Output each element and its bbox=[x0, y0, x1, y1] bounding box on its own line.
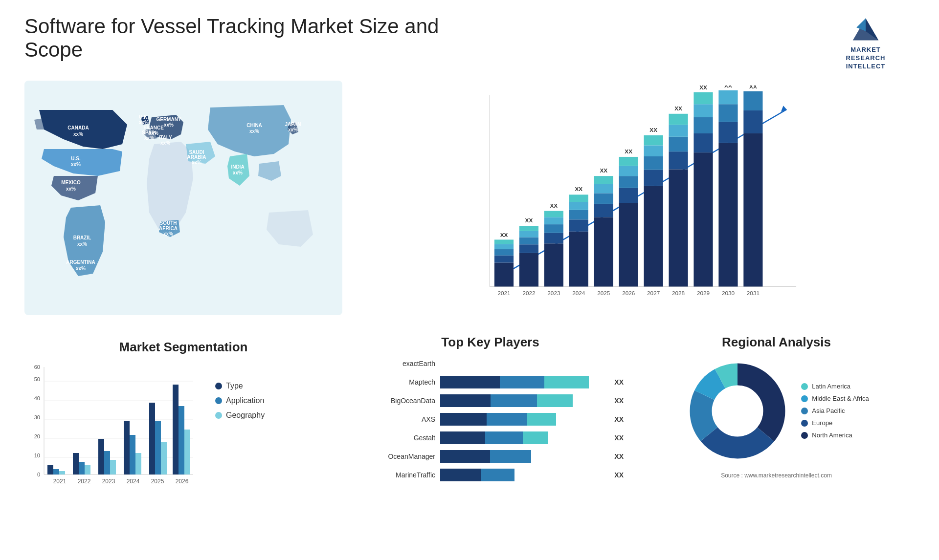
europe-dot bbox=[801, 420, 808, 427]
svg-marker-2 bbox=[856, 19, 866, 31]
svg-rect-49 bbox=[693, 133, 713, 152]
player-value-maptech: XX bbox=[614, 378, 624, 386]
northam-dot bbox=[801, 432, 808, 439]
seg-x-2021: 2021 bbox=[53, 478, 67, 485]
svg-text:0: 0 bbox=[37, 472, 40, 477]
svg-rect-8 bbox=[494, 262, 514, 286]
market-size-chart: XX 2021 XX 2022 XX 2023 bbox=[362, 86, 905, 320]
seg-legend: Type Application Geography bbox=[215, 382, 265, 420]
svg-rect-54 bbox=[718, 122, 738, 143]
player-bar-wrap-oceanmanager bbox=[440, 450, 605, 463]
player-bar-wrap-bigocean bbox=[440, 394, 605, 407]
svg-text:30: 30 bbox=[34, 414, 40, 420]
argentina-value: xx% bbox=[76, 266, 86, 271]
us-label: U.S. bbox=[71, 156, 81, 161]
svg-rect-10 bbox=[494, 249, 514, 256]
key-players-title: Top Key Players bbox=[357, 335, 624, 350]
player-value-gestalt: XX bbox=[614, 434, 624, 442]
saudi-label2: ARABIA bbox=[187, 154, 206, 160]
key-players-section: Top Key Players exactEarth Maptech bbox=[352, 335, 628, 504]
seg-x-2026: 2026 bbox=[176, 478, 189, 485]
svg-rect-89 bbox=[173, 385, 179, 474]
spain-label: SPAIN bbox=[142, 130, 156, 135]
svg-rect-13 bbox=[519, 253, 538, 287]
svg-rect-42 bbox=[644, 135, 663, 146]
latin-dot bbox=[801, 383, 808, 390]
bar-label-2021: XX bbox=[500, 231, 508, 237]
player-value-oceanmanager: XX bbox=[614, 452, 624, 460]
italy-value: xx% bbox=[160, 140, 170, 146]
canada-label: CANADA bbox=[67, 125, 89, 130]
player-row-oceanmanager: OceanManager XX bbox=[357, 450, 624, 463]
map-section: CANADA xx% U.S. xx% MEXICO xx% BRAZIL xx… bbox=[24, 81, 342, 325]
svg-rect-35 bbox=[619, 176, 638, 188]
page-title: Software for Vessel Tracking Market Size… bbox=[24, 15, 465, 62]
bar-label-2031: XX bbox=[749, 86, 757, 89]
southafrica-label2: AFRICA bbox=[159, 226, 178, 231]
region-item-mea: Middle East & Africa bbox=[801, 395, 869, 402]
player-value-bigocean: XX bbox=[614, 397, 624, 405]
china-value: xx% bbox=[249, 129, 259, 134]
svg-text:20: 20 bbox=[34, 433, 40, 439]
uk-value: xx% bbox=[139, 120, 149, 125]
x-label-2030: 2030 bbox=[722, 290, 735, 296]
player-name-marinetraffic: MarineTraffic bbox=[357, 471, 435, 479]
japan-label: JAPAN bbox=[285, 122, 301, 127]
germany-label: GERMANY bbox=[156, 117, 181, 122]
northam-label: North America bbox=[812, 431, 852, 439]
source-text: Source : www.marketresearchintellect.com bbox=[643, 472, 910, 479]
player-row-marinetraffic: MarineTraffic XX bbox=[357, 469, 624, 481]
svg-rect-39 bbox=[644, 170, 663, 186]
svg-rect-40 bbox=[644, 156, 663, 170]
player-name-oceanmanager: OceanManager bbox=[357, 452, 435, 460]
svg-text:40: 40 bbox=[34, 395, 40, 401]
svg-rect-75 bbox=[53, 469, 59, 474]
svg-rect-57 bbox=[743, 133, 762, 286]
svg-rect-25 bbox=[569, 210, 588, 219]
svg-rect-52 bbox=[693, 92, 713, 104]
svg-rect-80 bbox=[98, 439, 104, 474]
region-item-northam: North America bbox=[801, 431, 869, 439]
bar-label-2030: XX bbox=[724, 86, 732, 88]
x-label-2022: 2022 bbox=[522, 290, 535, 296]
player-name-bigocean: BigOceanData bbox=[357, 397, 435, 405]
player-row-exactearth: exactEarth bbox=[357, 357, 624, 370]
seg-chart-container: 0 10 20 30 40 50 60 bbox=[24, 362, 342, 499]
region-item-asia: Asia Pacific bbox=[801, 407, 869, 414]
player-bar-wrap-exactearth bbox=[440, 357, 615, 370]
logo-text: MARKETRESEARCHINTELLECT bbox=[846, 46, 886, 71]
bar-label-2024: XX bbox=[575, 186, 582, 192]
italy-label: ITALY bbox=[158, 135, 172, 140]
svg-rect-17 bbox=[519, 226, 538, 231]
player-row-maptech: Maptech XX bbox=[357, 376, 624, 388]
svg-rect-32 bbox=[594, 176, 613, 184]
legend-type: Type bbox=[215, 382, 265, 390]
brazil-value: xx% bbox=[77, 241, 87, 247]
x-label-2029: 2029 bbox=[697, 290, 710, 296]
x-label-2026: 2026 bbox=[622, 290, 635, 296]
x-label-2027: 2027 bbox=[647, 290, 660, 296]
legend-geography: Geography bbox=[215, 411, 265, 420]
india-label: INDIA bbox=[231, 164, 244, 170]
player-row-gestalt: Gestalt XX bbox=[357, 431, 624, 444]
player-name-exactearth: exactEarth bbox=[357, 360, 435, 367]
regional-section: Regional Analysis bbox=[638, 335, 915, 504]
latin-label: Latin America bbox=[812, 383, 850, 390]
svg-rect-45 bbox=[669, 136, 688, 151]
donut-legend-wrap: Latin America Middle East & Africa Asia … bbox=[643, 357, 910, 465]
geography-label: Geography bbox=[226, 411, 265, 420]
region-item-europe: Europe bbox=[801, 419, 869, 427]
main-grid: CANADA xx% U.S. xx% MEXICO xx% BRAZIL xx… bbox=[24, 81, 915, 504]
svg-rect-74 bbox=[47, 465, 53, 474]
bar-label-2028: XX bbox=[674, 105, 682, 111]
seg-chart-svg: 0 10 20 30 40 50 60 bbox=[24, 362, 201, 499]
svg-rect-9 bbox=[494, 255, 514, 262]
svg-text:60: 60 bbox=[34, 364, 40, 370]
svg-point-97 bbox=[712, 386, 763, 436]
svg-rect-38 bbox=[644, 186, 663, 286]
svg-rect-16 bbox=[519, 231, 538, 237]
svg-rect-21 bbox=[544, 217, 563, 224]
svg-rect-87 bbox=[155, 421, 161, 474]
seg-x-2024: 2024 bbox=[127, 478, 140, 485]
svg-rect-43 bbox=[669, 169, 688, 286]
